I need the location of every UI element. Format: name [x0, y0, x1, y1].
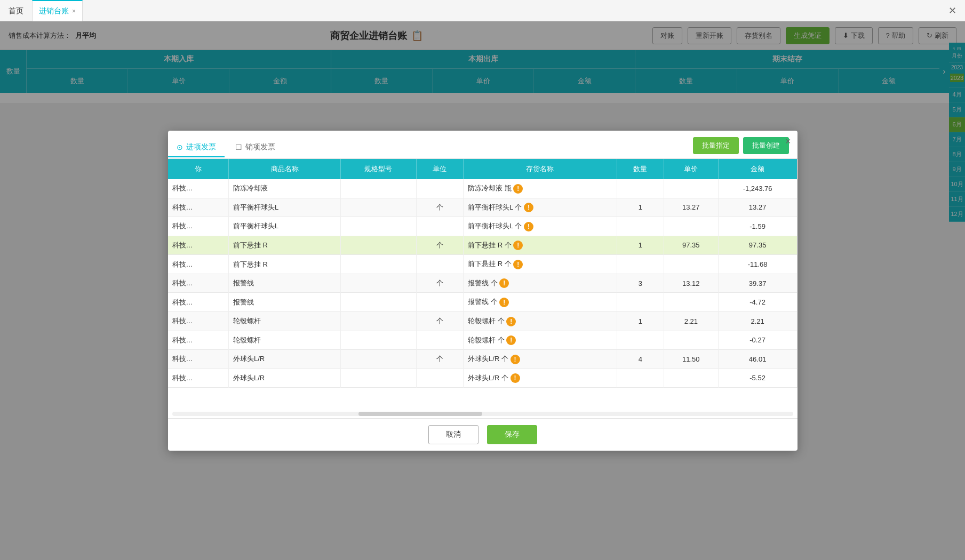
tab-home[interactable]: 首页 — [0, 0, 32, 21]
cancel-button[interactable]: 取消 — [428, 425, 478, 444]
col-unit: 单位 — [416, 159, 463, 179]
dialog-scrollbar-thumb — [358, 412, 483, 416]
table-row: 科技…前平衡杆球头L个前平衡杆球头L 个 !113.2713.27 — [168, 198, 797, 217]
dialog-close-button[interactable]: × — [785, 136, 791, 147]
batch-create-button[interactable]: 批量创建 — [743, 137, 789, 154]
amount-cell: -1,243.76 — [718, 179, 797, 198]
amount-cell: 46.01 — [718, 350, 797, 369]
amount-cell: 2.21 — [718, 311, 797, 331]
table-row: 科技…报警线个报警线 个 !313.1239.37 — [168, 274, 797, 293]
dialog: ⊙ 进项发票 ☐ 销项发票 批量指定 批量创建 × — [168, 131, 797, 451]
save-button[interactable]: 保存 — [487, 425, 537, 444]
tab-close-icon[interactable]: × — [72, 7, 76, 15]
tab-active-label: 进销台账 — [39, 6, 69, 16]
table-row: 科技…外球头L/R外球头L/R 个 !-5.52 — [168, 369, 797, 388]
inbound-tab-icon: ⊙ — [177, 143, 183, 151]
warning-icon: ! — [511, 373, 520, 383]
table-row: 科技…轮毂螺杆个轮毂螺杆 个 !12.212.21 — [168, 311, 797, 331]
amount-cell: 97.35 — [718, 236, 797, 255]
warning-icon: ! — [513, 184, 523, 194]
col-amount: 金额 — [718, 159, 797, 179]
dialog-header: ⊙ 进项发票 ☐ 销项发票 批量指定 批量创建 — [168, 131, 797, 159]
tab-inbound-invoice[interactable]: ⊙ 进项发票 — [168, 138, 225, 157]
dialog-table-wrapper[interactable]: 你 商品名称 规格型号 单位 存货名称 数量 单价 金额 科技…防冻冷却液防冻冷… — [168, 159, 797, 410]
outbound-tab-icon: ☐ — [235, 143, 242, 151]
table-row: 科技…防冻冷却液防冻冷却液 瓶 !-1,243.76 — [168, 179, 797, 198]
table-row: 科技…报警线报警线 个 !-4.72 — [168, 293, 797, 312]
table-row: 科技…前平衡杆球头L前平衡杆球头L 个 !-1.59 — [168, 217, 797, 236]
table-row: 科技…前下悬挂 R个前下悬挂 R 个 !197.3597.35 — [168, 236, 797, 255]
amount-cell: 39.37 — [718, 274, 797, 293]
warning-icon: ! — [511, 355, 520, 364]
amount-cell: -11.68 — [718, 255, 797, 274]
col-spec: 规格型号 — [341, 159, 417, 179]
amount-cell: 13.27 — [718, 198, 797, 217]
warning-icon: ! — [513, 260, 523, 269]
dialog-scrollbar[interactable] — [172, 412, 793, 416]
warning-icon: ! — [506, 317, 516, 326]
warning-icon: ! — [524, 203, 533, 212]
warning-icon: ! — [506, 335, 516, 345]
batch-assign-button[interactable]: 批量指定 — [693, 137, 739, 154]
dialog-actions: 批量指定 批量创建 — [693, 137, 789, 158]
col-qty: 数量 — [617, 159, 664, 179]
dialog-table: 你 商品名称 规格型号 单位 存货名称 数量 单价 金额 科技…防冻冷却液防冻冷… — [168, 159, 797, 388]
amount-cell: -5.52 — [718, 369, 797, 388]
tab-outbound-invoice[interactable]: ☐ 销项发票 — [227, 138, 284, 157]
col-id: 你 — [168, 159, 229, 179]
amount-cell: -0.27 — [718, 331, 797, 350]
window-close-button[interactable]: ✕ — [944, 5, 961, 17]
col-price: 单价 — [664, 159, 718, 179]
warning-icon: ! — [513, 241, 523, 250]
table-header-row: 你 商品名称 规格型号 单位 存货名称 数量 单价 金额 — [168, 159, 797, 179]
top-bar: 首页 进销台账 × ✕ — [0, 0, 965, 21]
col-stock: 存货名称 — [464, 159, 617, 179]
amount-cell: -4.72 — [718, 293, 797, 312]
table-row: 科技…外球头L/R个外球头L/R 个 !411.5046.01 — [168, 350, 797, 369]
tab-active[interactable]: 进销台账 × — [32, 0, 83, 21]
col-name: 商品名称 — [229, 159, 341, 179]
table-row: 科技…前下悬挂 R前下悬挂 R 个 !-11.68 — [168, 255, 797, 274]
dialog-footer: 取消 保存 — [168, 418, 797, 451]
warning-icon: ! — [524, 222, 533, 231]
warning-icon: ! — [499, 278, 509, 288]
warning-icon: ! — [499, 298, 509, 307]
main-content: 销售成本计算方法： 月平均 商贸企业进销台账 📋 对账 重新开账 存货别名 生成… — [0, 21, 965, 560]
dialog-overlay: ⊙ 进项发票 ☐ 销项发票 批量指定 批量创建 × — [0, 21, 965, 560]
amount-cell: -1.59 — [718, 217, 797, 236]
table-row: 科技…轮毂螺杆轮毂螺杆 个 !-0.27 — [168, 331, 797, 350]
